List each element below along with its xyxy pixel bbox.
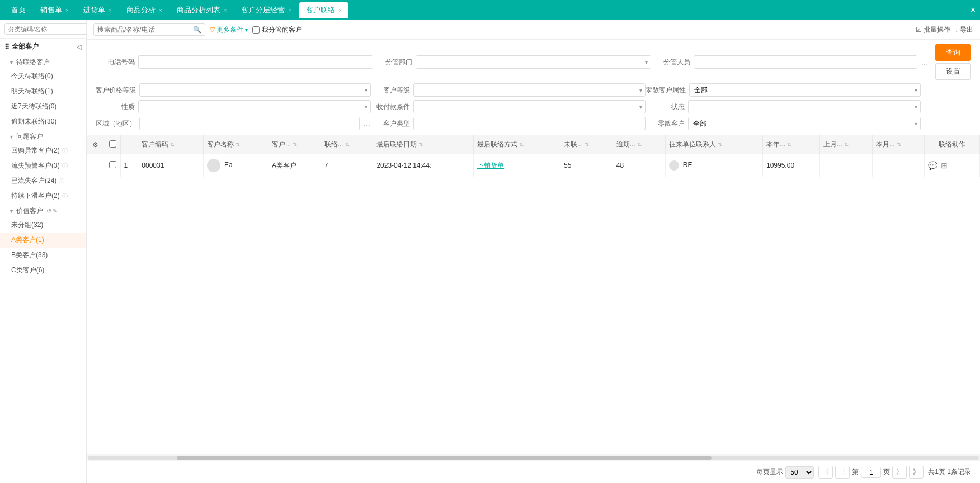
sidebar-group-pending[interactable]: ▼ 待联络客户 xyxy=(0,55,86,69)
footer-page-input[interactable] xyxy=(861,467,881,478)
table-gear-col[interactable]: ⚙ xyxy=(87,135,105,154)
row-checkbox[interactable] xyxy=(109,161,116,168)
top-nav-close-all[interactable]: × xyxy=(970,5,976,15)
sidebar-group-problem[interactable]: ▼ 问题客户 xyxy=(0,129,86,143)
sort-icon-unit: ⇅ xyxy=(718,141,722,148)
my-customer-checkbox-label[interactable]: 我分管的客户 xyxy=(252,25,302,35)
row-contact: 7 xyxy=(321,154,373,177)
sidebar-item-repurchase-abnormal[interactable]: 回购异常客户(2) ⓘ xyxy=(0,143,86,158)
more-filter-button[interactable]: ▽ 更多条件 ▾ xyxy=(210,25,248,35)
table-last-month-col[interactable]: 上月... ⇅ xyxy=(819,135,872,154)
sidebar-item-7days[interactable]: 近7天待联络(0) xyxy=(0,99,86,114)
nav-customer-segment-close[interactable]: × xyxy=(288,7,291,13)
sidebar-item-today[interactable]: 今天待联络(0) xyxy=(0,69,86,84)
filter-person-dots[interactable]: … xyxy=(921,58,929,67)
sidebar-group-value[interactable]: ▼ 价值客户 ↺ ✎ xyxy=(0,203,86,217)
row-chat-icon[interactable]: 💬 xyxy=(928,161,937,170)
search-icon[interactable]: 🔍 xyxy=(193,26,201,34)
table-select-all[interactable] xyxy=(109,140,116,148)
nav-customer-contact-label: 客户联络 xyxy=(306,5,335,15)
nav-purchase-close[interactable]: × xyxy=(109,7,112,13)
filter-region-input[interactable] xyxy=(139,117,360,130)
filter-row-1: 电话号码 分管部门 ▾ 分管人员 … xyxy=(96,44,971,80)
table-unit-contact-col[interactable]: 往来单位联系人 ⇅ xyxy=(665,135,763,154)
footer-page-size-select[interactable]: 50 100 xyxy=(785,466,814,479)
filter-payment-label: 收付款条件 xyxy=(371,102,410,112)
filter-phone-input[interactable] xyxy=(138,55,373,69)
nav-customer-segment[interactable]: 客户分层经营 × xyxy=(234,2,298,18)
filter-person-input[interactable] xyxy=(694,55,917,69)
filter-customer-type-input[interactable] xyxy=(413,117,646,130)
sidebar-item-class-b[interactable]: B类客户(33) xyxy=(0,248,86,263)
sidebar-item-decline[interactable]: 持续下滑客户(2) ⓘ xyxy=(0,188,86,203)
footer-prev-page-button[interactable]: 〈 xyxy=(835,466,850,479)
sidebar-item-class-c[interactable]: C类客户(6) xyxy=(0,263,86,278)
search-input[interactable] xyxy=(97,26,191,34)
sidebar-all-customers[interactable]: ⠿ 全部客户 ◁ xyxy=(0,39,86,55)
footer-last-page-button[interactable]: 》 xyxy=(909,466,924,479)
sidebar-collapse-icon[interactable]: ◁ xyxy=(77,43,82,51)
row-uncontacted: 55 xyxy=(560,154,613,177)
table-code-col[interactable]: 客户编码 ⇅ xyxy=(138,135,203,154)
info-icon-1[interactable]: ⓘ xyxy=(62,147,68,155)
nav-home[interactable]: 首页 xyxy=(4,2,32,18)
nav-product-analysis[interactable]: 商品分析 × xyxy=(120,2,169,18)
sidebar-search-input[interactable] xyxy=(4,23,87,35)
search-wrap: 🔍 xyxy=(93,23,205,36)
sidebar-item-tomorrow[interactable]: 明天待联络(1) xyxy=(0,84,86,99)
sidebar-item-overdue[interactable]: 逾期未联络(30) xyxy=(0,114,86,129)
sidebar-item-unclassified[interactable]: 未分组(32) xyxy=(0,217,86,233)
filter-nature-select[interactable] xyxy=(138,100,371,113)
batch-op-button[interactable]: ☑ 批量操作 xyxy=(916,25,950,35)
filter-scatter-attr-select[interactable]: 全部 xyxy=(689,83,921,97)
sidebar-item-loss-warning[interactable]: 流失预警客户(3) ⓘ xyxy=(0,158,86,173)
table-this-year-col[interactable]: 本年... ⇅ xyxy=(763,135,820,154)
row-grid-icon[interactable]: ⊞ xyxy=(941,161,948,170)
nav-sales-close[interactable]: × xyxy=(65,7,69,13)
nav-product-analysis-list-close[interactable]: × xyxy=(224,7,227,13)
table-type-col[interactable]: 客户... ⇅ xyxy=(268,135,321,154)
nav-product-analysis-list[interactable]: 商品分析列表 × xyxy=(170,2,234,18)
sidebar-group-value-label: 价值客户 xyxy=(16,206,43,216)
export-button[interactable]: ↓ 导出 xyxy=(955,25,973,35)
refresh-icon[interactable]: ↺ xyxy=(46,207,51,215)
info-icon-2[interactable]: ⓘ xyxy=(62,162,68,170)
row-last-method-link[interactable]: 下销货单 xyxy=(477,162,504,169)
table-this-month-col[interactable]: 本月... ⇅ xyxy=(872,135,925,154)
nav-sales[interactable]: 销售单 × xyxy=(34,2,76,18)
my-customer-checkbox[interactable] xyxy=(252,26,260,34)
nav-customer-contact[interactable]: 客户联络 × xyxy=(299,2,348,18)
edit-icon[interactable]: ✎ xyxy=(53,207,58,215)
horizontal-scrollbar[interactable] xyxy=(87,454,980,461)
query-button[interactable]: 查询 xyxy=(935,44,971,61)
info-icon-4[interactable]: ⓘ xyxy=(62,192,68,200)
nav-product-analysis-close[interactable]: × xyxy=(159,7,162,13)
filter-status-select[interactable] xyxy=(688,100,921,113)
nav-customer-contact-close[interactable]: × xyxy=(338,7,342,13)
footer-next-page-button[interactable]: 〉 xyxy=(892,466,907,479)
table-last-method-col[interactable]: 最后联络方式 ⇅ xyxy=(473,135,560,154)
nav-purchase-label: 进货单 xyxy=(83,5,105,15)
table-uncontacted-col[interactable]: 未联... ⇅ xyxy=(560,135,613,154)
table-last-date-col[interactable]: 最后联络日期 ⇅ xyxy=(373,135,474,154)
sidebar-search-area: 🔍 xyxy=(0,20,86,39)
row-last-date: 2023-04-12 14:44: xyxy=(373,154,474,177)
filter-price-level-label: 客户价格等级 xyxy=(96,86,136,95)
filter-phone-label: 电话号码 xyxy=(96,58,135,67)
filter-dept-select[interactable] xyxy=(416,55,651,69)
footer-page-size: 每页显示 50 100 xyxy=(756,466,814,479)
footer-first-page-button[interactable]: 《 xyxy=(818,466,833,479)
set-button[interactable]: 设置 xyxy=(935,63,971,80)
sidebar-item-lost[interactable]: 已流失客户(24) ⓘ xyxy=(0,173,86,188)
filter-scatter-select[interactable]: 全部 xyxy=(688,117,921,130)
table-contact-col[interactable]: 联络... ⇅ xyxy=(321,135,373,154)
nav-purchase[interactable]: 进货单 × xyxy=(77,2,119,18)
filter-price-level-select[interactable] xyxy=(139,83,371,97)
filter-payment-select[interactable] xyxy=(413,100,646,113)
sidebar-item-class-a[interactable]: A类客户(1) xyxy=(0,233,86,248)
filter-customer-level-select[interactable] xyxy=(413,83,646,97)
filter-region-dots[interactable]: … xyxy=(363,119,371,128)
table-overdue-col[interactable]: 逾期... ⇅ xyxy=(613,135,665,154)
info-icon-3[interactable]: ⓘ xyxy=(59,177,64,185)
table-name-col[interactable]: 客户名称 ⇅ xyxy=(203,135,268,154)
